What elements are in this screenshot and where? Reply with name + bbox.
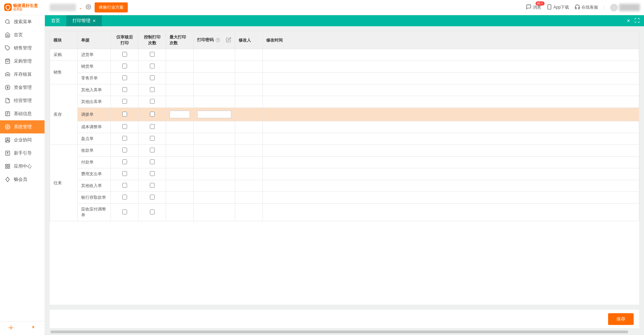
modifier-cell — [235, 108, 263, 121]
th-modifier: 修改人 — [235, 31, 263, 49]
control-checkbox[interactable] — [150, 148, 155, 152]
control-checkbox[interactable] — [150, 75, 155, 80]
audit-checkbox[interactable] — [122, 87, 127, 92]
control-checkbox-cell — [138, 73, 166, 84]
control-checkbox-cell — [138, 192, 166, 204]
svg-marker-22 — [32, 326, 33, 328]
horizontal-scrollbar[interactable] — [50, 330, 639, 334]
audit-checkbox[interactable] — [122, 99, 127, 104]
search-icon — [5, 19, 10, 25]
doc-cell: 其他出库单 — [78, 96, 111, 108]
sidebar-item-9[interactable]: 企业协同 — [0, 133, 45, 147]
th-control-count: 控制打印次数 — [138, 31, 166, 49]
control-checkbox[interactable] — [150, 112, 155, 117]
mod-time-cell — [263, 180, 639, 192]
audit-checkbox[interactable] — [122, 159, 127, 164]
coin-icon — [5, 85, 10, 90]
sidebar-item-8[interactable]: 系统管理 — [0, 120, 45, 133]
control-checkbox[interactable] — [150, 195, 155, 199]
tab-0[interactable]: 首页 — [45, 15, 66, 26]
doc-cell: 付款单 — [78, 157, 111, 168]
sidebar-item-12[interactable]: 畅会员 — [0, 173, 45, 186]
control-checkbox[interactable] — [150, 210, 155, 214]
close-icon[interactable]: ✕ — [93, 19, 96, 23]
control-checkbox-cell — [138, 96, 166, 108]
sidebar-item-label: 销售管理 — [14, 45, 32, 51]
sidebar-settings-button[interactable] — [0, 322, 22, 335]
audit-checkbox[interactable] — [122, 64, 127, 68]
help-icon[interactable]: ? — [216, 38, 220, 42]
module-cell: 库存 — [50, 84, 78, 145]
sidebar-item-7[interactable]: 基础信息 — [0, 107, 45, 120]
sidebar-collapse-button[interactable] — [22, 322, 45, 335]
control-checkbox[interactable] — [150, 183, 155, 188]
doc-cell: 银行存取款单 — [78, 192, 111, 204]
modifier-cell — [235, 168, 263, 180]
guide-icon — [5, 150, 10, 156]
password-input[interactable] — [197, 111, 231, 118]
sidebar-item-2[interactable]: 销售管理 — [0, 41, 45, 55]
audit-checkbox[interactable] — [122, 171, 127, 176]
control-checkbox[interactable] — [150, 52, 155, 57]
sidebar-item-3[interactable]: 采购管理 — [0, 55, 45, 68]
audit-checkbox[interactable] — [122, 52, 127, 57]
tag-icon — [5, 45, 10, 51]
messages-button[interactable]: 消息 99 + — [526, 4, 541, 11]
app-download-button[interactable]: App下载 — [547, 4, 569, 11]
org-selector[interactable]: ⌄ — [50, 4, 82, 11]
mod-time-cell — [263, 49, 639, 61]
gear-icon — [5, 124, 10, 130]
control-checkbox-cell — [138, 204, 166, 221]
cta-button[interactable]: 体验行业方案 — [95, 2, 128, 12]
user-menu[interactable] — [610, 4, 640, 11]
mod-time-cell — [263, 133, 639, 145]
sidebar-item-label: 畅会员 — [14, 176, 27, 183]
control-checkbox[interactable] — [150, 136, 155, 141]
audit-checkbox[interactable] — [122, 75, 127, 80]
settings-icon[interactable] — [86, 4, 91, 11]
logo[interactable]: 畅捷通好生意 精易版 — [4, 3, 45, 11]
sidebar-item-0[interactable]: 搜索菜单 — [0, 15, 45, 28]
max-count-input[interactable] — [170, 111, 190, 118]
audit-checkbox[interactable] — [122, 112, 127, 117]
save-button[interactable]: 保存 — [608, 313, 634, 325]
sidebar-item-label: 系统管理 — [14, 124, 32, 130]
tab-1[interactable]: 打印管理✕ — [66, 15, 102, 26]
control-checkbox[interactable] — [150, 87, 155, 92]
control-checkbox[interactable] — [150, 64, 155, 68]
sidebar-item-1[interactable]: 首页 — [0, 28, 45, 41]
chevron-down-icon: ⌄ — [79, 5, 82, 10]
audit-checkbox[interactable] — [122, 148, 127, 152]
sidebar-item-11[interactable]: 应用中心 — [0, 160, 45, 173]
audit-checkbox[interactable] — [122, 183, 127, 188]
tab-close-all-icon[interactable]: ✕ — [627, 18, 630, 23]
modifier-cell — [235, 145, 263, 157]
sidebar-item-6[interactable]: 经营管理 — [0, 94, 45, 107]
modifier-cell — [235, 49, 263, 61]
sidebar-item-label: 经营管理 — [14, 97, 32, 104]
audit-checkbox[interactable] — [122, 124, 127, 129]
footer-bar: 保存 — [50, 309, 639, 328]
audit-checkbox[interactable] — [122, 136, 127, 141]
sidebar-item-4[interactable]: 库存核算 — [0, 68, 45, 81]
control-checkbox[interactable] — [150, 171, 155, 176]
vip-icon — [5, 177, 10, 182]
max-count-cell — [166, 96, 194, 108]
sidebar-item-5[interactable]: 资金管理 — [0, 81, 45, 94]
fullscreen-icon[interactable] — [634, 18, 640, 24]
control-checkbox[interactable] — [150, 159, 155, 164]
print-settings-panel: 模块 单据 仅审核后打印 控制打印次数 最大打印次数 打印密码 ? — [50, 31, 639, 305]
password-cell — [194, 192, 235, 204]
control-checkbox[interactable] — [150, 99, 155, 104]
audit-checkbox-cell — [111, 192, 138, 204]
edit-icon[interactable] — [226, 37, 231, 44]
control-checkbox[interactable] — [150, 124, 155, 129]
doc-cell: 盘点单 — [78, 133, 111, 145]
sidebar-item-10[interactable]: 新手引导 — [0, 147, 45, 160]
audit-checkbox[interactable] — [122, 195, 127, 199]
doc-cell: 收款单 — [78, 145, 111, 157]
password-cell — [194, 84, 235, 96]
support-button[interactable]: 在线客服 — [575, 4, 598, 11]
audit-checkbox[interactable] — [122, 210, 127, 214]
password-cell — [194, 61, 235, 73]
